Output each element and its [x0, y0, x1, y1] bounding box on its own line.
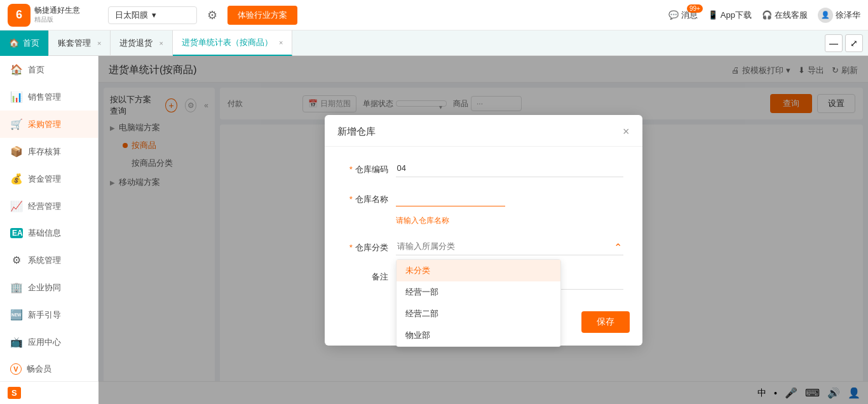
messages-button[interactable]: 💬 消息 99+: [668, 10, 698, 21]
name-error-msg: 请输入仓库名称: [396, 216, 449, 225]
save-button[interactable]: 保存: [581, 311, 630, 333]
operations-icon: 📈: [10, 200, 23, 212]
basic-info-icon: EA: [10, 228, 23, 238]
sidebar-label-sales: 销售管理: [28, 91, 61, 103]
sidebar-label-enterprise: 企业协同: [28, 282, 61, 293]
name-label: 仓库名称: [344, 189, 388, 205]
top-right: 💬 消息 99+ 📱 App下载 🎧 在线客服 👤 徐泽华: [668, 8, 860, 23]
sidebar-item-finance[interactable]: 💰 资金管理: [0, 165, 98, 192]
dropdown-option-1[interactable]: 经营一部: [397, 281, 560, 303]
sidebar-item-sales[interactable]: 📊 销售管理: [0, 83, 98, 111]
tab-purchase-stats-label: 进货单统计表（按商品）: [182, 37, 273, 48]
member-icon: V: [10, 363, 22, 375]
trial-button[interactable]: 体验行业方案: [227, 6, 297, 25]
home-icon: 🏠: [9, 38, 19, 48]
messages-badge: 99+: [687, 4, 703, 13]
edition-label: 精品版: [34, 15, 80, 24]
user-profile-button[interactable]: 👤 徐泽华: [818, 8, 860, 23]
sidebar-item-basic-info[interactable]: EA 基础信息: [0, 220, 98, 246]
tab-expand-button[interactable]: ⤢: [845, 34, 863, 52]
category-dropdown-list: 未分类 经营一部 经营二部 物业部: [396, 259, 561, 347]
tab-home-label: 首页: [23, 37, 39, 49]
tab-home[interactable]: 🏠 首页: [0, 30, 49, 56]
sales-icon: 📊: [10, 91, 23, 103]
logo-area: 6 畅捷通好生意 精品版: [8, 4, 103, 27]
sidebar-item-enterprise[interactable]: 🏢 企业协同: [0, 274, 98, 301]
sidebar-item-guide[interactable]: 🆕 新手引导: [0, 301, 98, 328]
modal-title: 新增仓库: [337, 126, 376, 138]
tab-purchase-stats[interactable]: 进货单统计表（按商品） ×: [173, 30, 292, 56]
sidebar-label-system: 系统管理: [28, 255, 61, 266]
inventory-icon: 📦: [10, 145, 23, 158]
message-icon: 💬: [668, 10, 679, 20]
dropdown-option-0[interactable]: 未分类: [397, 260, 560, 281]
guide-icon: 🆕: [10, 309, 23, 321]
sidebar-label-inventory: 库存核算: [28, 146, 61, 158]
tab-purchase-return[interactable]: 进货退货 ×: [111, 30, 172, 56]
online-service-button[interactable]: 🎧 在线客服: [762, 10, 808, 21]
modal-body: 仓库编码 仓库名称 请输入仓库名称: [325, 147, 642, 311]
modal-header: 新增仓库 ×: [325, 115, 642, 147]
finance-icon: 💰: [10, 173, 23, 185]
sidebar-label-finance: 资金管理: [28, 173, 61, 185]
sidebar-label-appcenter: 应用中心: [28, 337, 61, 348]
sidebar: 🏠 首页 📊 销售管理 🛒 采购管理 📦 库存核算 💰 资金管理 📈 经营管理 …: [0, 56, 98, 404]
sidebar-label-basic-info: 基础信息: [28, 227, 61, 239]
modal-close-button[interactable]: ×: [623, 125, 630, 138]
purchase-icon: 🛒: [10, 118, 23, 130]
code-input[interactable]: [396, 159, 623, 177]
sidebar-item-appcenter[interactable]: 📺 应用中心: [0, 328, 98, 356]
top-bar: 6 畅捷通好生意 精品版 日太阳膜 ▾ ⚙ 体验行业方案 💬 消息 99+ 📱 …: [0, 0, 868, 30]
category-field-row: 仓库分类 ⌃ 未分类 经营一部 经营二部 物业部: [344, 238, 623, 255]
tab-purchase-return-label: 进货退货: [119, 37, 153, 49]
sidebar-label-operations: 经营管理: [28, 201, 61, 212]
sidebar-item-home[interactable]: 🏠 首页: [0, 56, 98, 83]
name-input[interactable]: [396, 189, 505, 206]
brand-s-icon: S: [8, 387, 21, 399]
tab-purchase-return-close[interactable]: ×: [159, 39, 163, 47]
category-label: 仓库分类: [344, 238, 388, 253]
headset-icon: 🎧: [762, 10, 772, 20]
tab-minimize-button[interactable]: —: [825, 34, 843, 52]
category-dropdown-wrap: ⌃ 未分类 经营一部 经营二部 物业部: [396, 238, 623, 255]
category-input[interactable]: [396, 238, 623, 255]
gear-button[interactable]: ⚙: [202, 5, 222, 25]
sidebar-item-inventory[interactable]: 📦 库存核算: [0, 138, 98, 165]
dropdown-option-2[interactable]: 经营二部: [397, 303, 560, 325]
remark-label: 备注: [344, 267, 388, 283]
sidebar-label-guide: 新手引导: [28, 309, 61, 321]
modal-overlay: 新增仓库 × 仓库编码 仓库名称: [98, 56, 868, 404]
sidebar-item-member[interactable]: V 畅会员: [0, 356, 98, 382]
username-label: 徐泽华: [836, 10, 860, 21]
sidebar-item-operations[interactable]: 📈 经营管理: [0, 192, 98, 220]
avatar-icon: 👤: [818, 8, 833, 23]
dropdown-arrow-icon[interactable]: ⌃: [614, 241, 622, 253]
store-selector[interactable]: 日太阳膜 ▾: [108, 6, 197, 24]
tab-purchase-stats-close[interactable]: ×: [279, 39, 283, 46]
dropdown-option-3[interactable]: 物业部: [397, 325, 560, 346]
chevron-down-icon: ▾: [152, 10, 156, 20]
home-icon: 🏠: [10, 64, 23, 76]
app-download-label: App下载: [721, 10, 752, 21]
sidebar-item-purchase[interactable]: 🛒 采购管理: [0, 111, 98, 138]
tab-end-buttons: — ⤢: [825, 34, 868, 52]
system-icon: ⚙: [10, 254, 23, 266]
mobile-icon: 📱: [708, 10, 718, 20]
content-area: 进货单统计(按商品) 🖨 按模板打印 ▾ ⬇ 导出 ↻ 刷新: [98, 56, 868, 404]
name-error-row: 请输入仓库名称: [344, 215, 449, 226]
add-warehouse-modal: 新增仓库 × 仓库编码 仓库名称: [325, 115, 642, 346]
tab-accounts-close[interactable]: ×: [97, 39, 101, 47]
sidebar-label-home: 首页: [28, 64, 44, 76]
code-label: 仓库编码: [344, 159, 388, 175]
main-layout: 🏠 首页 📊 销售管理 🛒 采购管理 📦 库存核算 💰 资金管理 📈 经营管理 …: [0, 56, 868, 404]
tab-accounts-label: 账套管理: [58, 37, 91, 49]
brand-name: 畅捷通好生意: [34, 6, 80, 16]
tab-accounts[interactable]: 账套管理 ×: [49, 30, 111, 56]
sidebar-item-system[interactable]: ⚙ 系统管理: [0, 246, 98, 274]
online-service-label: 在线客服: [775, 10, 808, 21]
appcenter-icon: 📺: [10, 336, 23, 348]
name-field-row: 仓库名称 请输入仓库名称: [344, 189, 623, 226]
app-logo: 6: [8, 4, 31, 27]
store-name: 日太阳膜: [115, 10, 148, 21]
app-download-button[interactable]: 📱 App下载: [708, 10, 752, 21]
